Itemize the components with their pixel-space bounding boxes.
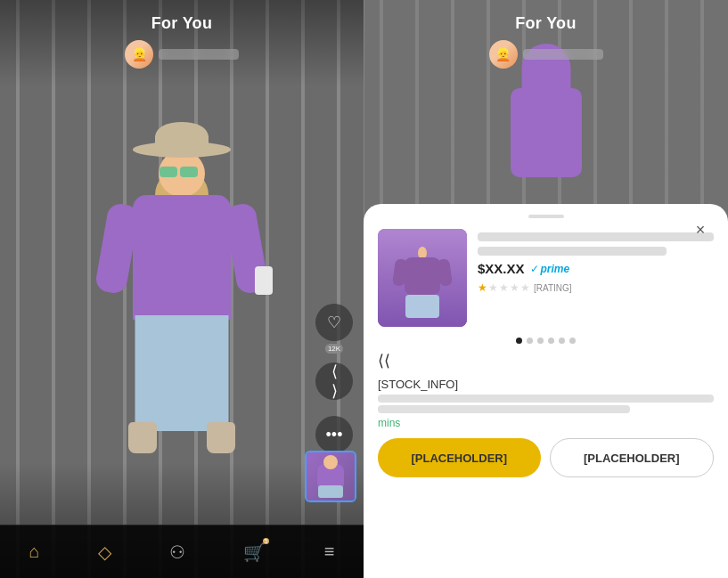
prime-badge: ✓ prime	[530, 263, 570, 275]
sheet-handle	[528, 215, 564, 218]
nav-discover[interactable]: ◇	[98, 541, 111, 563]
prime-check-icon: ✓	[530, 263, 539, 275]
avatar-image-right: 👱	[489, 40, 518, 69]
secondary-action-button[interactable]: [PLACEHOLDER]	[550, 438, 715, 477]
carousel-dots	[378, 338, 714, 344]
left-header-title: For You	[151, 14, 212, 33]
profile-icon: ⚇	[169, 541, 185, 563]
avatar-left: 👱	[125, 40, 153, 69]
avatar-right: 👱	[489, 40, 518, 69]
star-4: ★	[510, 281, 519, 294]
user-row-right: 👱	[489, 40, 603, 69]
heart-button[interactable]: ♡	[315, 304, 353, 341]
heart-action-wrapper: ♡ 12K	[315, 304, 353, 341]
right-header-title: For You	[515, 14, 576, 33]
product-title-line-2	[478, 247, 667, 256]
dot-3[interactable]	[537, 338, 544, 344]
share-action-wrapper: ⟨⟩	[315, 362, 353, 400]
nav-cart[interactable]: 🛒 5	[243, 541, 266, 563]
dot-5[interactable]	[559, 338, 565, 344]
header-right: For You 👱	[364, 0, 728, 69]
prime-label: prime	[541, 263, 570, 275]
cart-icon: 🛒 5	[243, 541, 266, 563]
share-row: ⟨⟩	[378, 351, 714, 370]
star-rating: ★ ★ ★ ★ ★	[478, 281, 530, 294]
nav-menu[interactable]: ≡	[324, 541, 335, 562]
panel-divider	[364, 0, 364, 578]
product-thumbnail[interactable]	[305, 451, 356, 502]
action-buttons-row: [PLACEHOLDER] [PLACEHOLDER]	[378, 438, 714, 477]
left-panel: For You 👱 ♡ 12K ⟨⟩ •••	[0, 0, 364, 578]
description-line-1	[378, 395, 714, 403]
description-line-2	[378, 405, 630, 413]
nav-home[interactable]: ⌂	[29, 541, 40, 562]
nav-profile[interactable]: ⚇	[169, 541, 185, 563]
product-image[interactable]	[378, 229, 467, 327]
bottom-nav-left: ⌂ ◇ ⚇ 🛒 5 ≡	[0, 525, 364, 578]
star-2: ★	[488, 281, 498, 294]
product-row: $XX.XX ✓ prime ★ ★ ★ ★ ★ [RATING]	[378, 229, 714, 327]
close-button[interactable]: ×	[687, 216, 714, 243]
right-panel: For You 👱 ×	[364, 0, 728, 578]
stock-info-text: [STOCK_INFO]	[378, 378, 714, 391]
heart-count-badge: 12K	[325, 344, 343, 354]
more-button[interactable]: •••	[315, 416, 353, 453]
rating-label: [RATING]	[534, 283, 572, 293]
product-info: $XX.XX ✓ prime ★ ★ ★ ★ ★ [RATING]	[478, 229, 714, 327]
dot-2[interactable]	[527, 338, 533, 344]
bottom-sheet: ×	[364, 204, 728, 578]
share-button[interactable]: ⟨⟩	[315, 362, 353, 400]
star-3: ★	[499, 281, 509, 294]
dot-4[interactable]	[548, 338, 554, 344]
share-icon-button[interactable]: ⟨⟩	[378, 351, 390, 370]
star-5: ★	[520, 281, 530, 294]
thumbnail-image	[307, 452, 355, 501]
mins-text: mins	[378, 417, 714, 429]
username-left	[159, 49, 239, 60]
person-figure-left	[110, 151, 253, 489]
cart-badge: 5	[263, 538, 270, 544]
product-title-line-1	[478, 232, 714, 241]
action-buttons: ♡ 12K ⟨⟩ •••	[315, 304, 353, 453]
user-row-left: 👱	[125, 40, 239, 69]
rating-row: ★ ★ ★ ★ ★ [RATING]	[478, 281, 714, 294]
price-text: $XX.XX	[478, 261, 525, 276]
star-1: ★	[478, 281, 487, 294]
menu-icon: ≡	[324, 541, 335, 562]
discover-icon: ◇	[98, 541, 111, 563]
primary-action-button[interactable]: [PLACEHOLDER]	[378, 438, 541, 477]
username-right	[523, 49, 603, 60]
price-row: $XX.XX ✓ prime	[478, 261, 714, 276]
header-left: For You 👱	[0, 0, 364, 69]
dot-6[interactable]	[569, 338, 576, 344]
home-icon: ⌂	[29, 541, 40, 562]
dot-1[interactable]	[516, 338, 522, 344]
avatar-image-left: 👱	[125, 40, 153, 69]
